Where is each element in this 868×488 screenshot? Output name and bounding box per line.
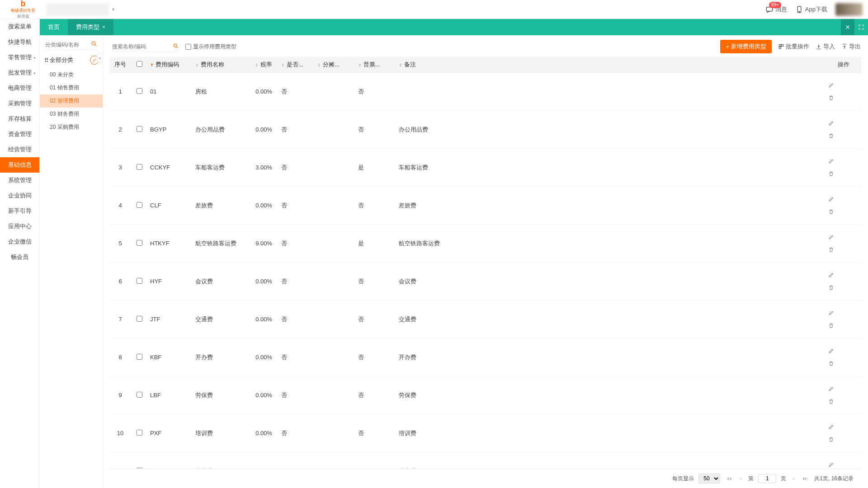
sidebar-item-0[interactable]: 搜索菜单 (0, 19, 39, 34)
chevron-down-icon: ▾ (112, 7, 114, 12)
svg-point-2 (799, 11, 800, 12)
tab-1[interactable]: 费用类型× (68, 19, 113, 35)
close-icon[interactable]: × (102, 24, 105, 30)
messages-button[interactable]: 99+ 消息 (765, 5, 787, 14)
tab-0[interactable]: 首页 (40, 19, 68, 35)
brand-edition: 标准版 (17, 14, 29, 19)
app-download-button[interactable]: App下载 (795, 5, 827, 14)
expand-icon (858, 24, 864, 30)
tab-bar: 首页费用类型× (40, 19, 868, 35)
message-badge: 99+ (769, 2, 781, 8)
tab-close-all-button[interactable] (841, 19, 854, 35)
close-icon (844, 24, 851, 30)
tenant-selector[interactable] (46, 3, 109, 16)
logo-icon: b (21, 0, 26, 8)
tab-label: 首页 (48, 23, 60, 31)
brand-name: 畅捷通好生意 (11, 8, 35, 14)
sidebar-item-1[interactable]: 快捷导航 (0, 34, 39, 35)
main-sidebar: 搜索菜单快捷导航零售管理▸批发管理▸电商管理采购管理库存核算资金管理经营管理基础… (0, 19, 40, 35)
app-download-label: App下载 (805, 5, 827, 14)
top-header: b 畅捷通好生意 标准版 ▾ 99+ 消息 App下载 (0, 0, 868, 19)
app-logo: b 畅捷通好生意 标准版 (5, 0, 41, 19)
download-icon (795, 5, 803, 14)
tab-label: 费用类型 (76, 23, 99, 31)
user-avatar[interactable] (835, 3, 863, 16)
fullscreen-button[interactable] (854, 19, 868, 35)
